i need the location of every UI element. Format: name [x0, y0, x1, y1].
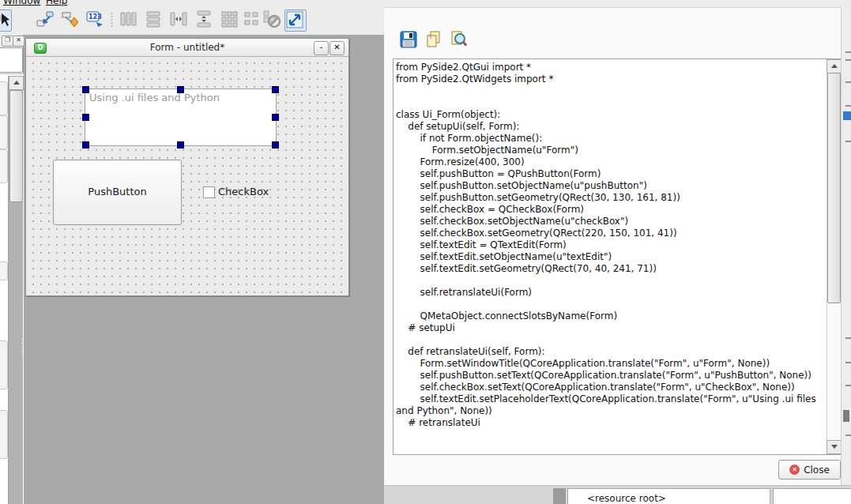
- resource-splitter-block: [553, 488, 566, 504]
- edge-marker: [845, 105, 851, 107]
- dock-close-icon[interactable]: ✕: [13, 36, 24, 47]
- close-window-button[interactable]: ✕: [329, 41, 345, 55]
- resize-handle-w[interactable]: [82, 114, 89, 121]
- edit-signals-slots-icon[interactable]: [36, 9, 56, 30]
- resize-handle-sw[interactable]: [82, 141, 89, 149]
- pushbutton-widget[interactable]: PushButton: [53, 160, 182, 225]
- splitter-grip[interactable]: [21, 337, 24, 358]
- checkbox-label[interactable]: CheckBox: [218, 186, 269, 197]
- resource-root-item[interactable]: <resource root>: [568, 489, 770, 504]
- widget-list-item[interactable]: [0, 81, 8, 115]
- edge-marker: [845, 434, 851, 436]
- dock-scrollbar-thumb[interactable]: [9, 90, 23, 202]
- form-canvas[interactable]: Using .ui files and Python PushButton Ch…: [26, 57, 347, 294]
- layout-grid-icon[interactable]: [220, 9, 240, 30]
- edge-marker: [845, 141, 851, 142]
- widget-list-item[interactable]: [0, 340, 8, 389]
- edge-marker: [845, 51, 851, 53]
- widget-filter-input[interactable]: [0, 47, 23, 73]
- close-circle-icon: ✕: [789, 465, 800, 475]
- edit-widgets-icon[interactable]: [0, 9, 12, 32]
- svg-text:123: 123: [88, 13, 102, 21]
- dock-scrollbar[interactable]: [8, 76, 23, 504]
- scroll-down-icon[interactable]: [827, 440, 842, 454]
- textedit-widget[interactable]: Using .ui files and Python: [85, 88, 277, 146]
- resize-handle-ne[interactable]: [272, 86, 279, 93]
- code-scrollbar-thumb[interactable]: [827, 73, 841, 303]
- toolbar-separator: [111, 12, 113, 28]
- edge-marker: [845, 362, 851, 363]
- widget-list-item[interactable]: [0, 261, 8, 280]
- screen-edge-strip: [841, 7, 851, 485]
- edit-buddies-icon[interactable]: [61, 9, 81, 30]
- widget-list-item[interactable]: [0, 115, 8, 149]
- main-toolbar: 123: [0, 8, 384, 35]
- edge-marker: [845, 59, 851, 61]
- layout-horizontal-splitter-icon[interactable]: [169, 9, 190, 30]
- menu-help[interactable]: Help: [46, 0, 67, 6]
- close-button[interactable]: ✕ Close: [778, 460, 841, 480]
- adjust-size-icon[interactable]: [284, 9, 307, 32]
- scroll-up-icon[interactable]: [827, 59, 842, 73]
- code-text: from PySide2.QtGui import * from PySide2…: [396, 62, 816, 429]
- resize-handle-e[interactable]: [272, 114, 279, 121]
- form-window[interactable]: D Form - untitled* - ✕ Using .ui files a…: [25, 38, 349, 296]
- widget-list-panel[interactable]: [0, 73, 24, 504]
- minimize-button[interactable]: -: [314, 41, 329, 55]
- edge-marker: [845, 337, 851, 339]
- resize-handle-nw[interactable]: [82, 86, 89, 93]
- break-layout-icon[interactable]: [262, 9, 283, 30]
- widget-box-dock: ❐ ✕: [0, 35, 24, 504]
- resize-handle-se[interactable]: [272, 141, 279, 149]
- textedit-placeholder: Using .ui files and Python: [89, 92, 220, 103]
- edge-marker-dark: [843, 410, 849, 422]
- layout-vertical-splitter-icon[interactable]: [194, 9, 215, 30]
- resize-handle-s[interactable]: [177, 141, 184, 149]
- copy-icon[interactable]: [424, 30, 443, 49]
- resource-tree[interactable]: <resource root>: [567, 488, 770, 504]
- code-preview-dialog: from PySide2.QtGui import * from PySide2…: [384, 7, 851, 485]
- qt-designer-window: Window Help 123: [0, 0, 851, 504]
- checkbox-indicator[interactable]: [203, 186, 215, 198]
- code-view[interactable]: from PySide2.QtGui import * from PySide2…: [393, 58, 842, 455]
- save-icon[interactable]: [399, 30, 418, 49]
- form-titlebar[interactable]: D Form - untitled* - ✕: [26, 39, 348, 57]
- edge-marker: [845, 81, 851, 83]
- resource-detail-panel[interactable]: [773, 488, 851, 504]
- find-icon[interactable]: [450, 30, 469, 49]
- resize-handle-n[interactable]: [177, 86, 184, 93]
- close-button-label: Close: [804, 465, 830, 476]
- widget-list-item[interactable]: [0, 149, 8, 183]
- layout-horizontal-icon[interactable]: [119, 9, 139, 30]
- dock-float-icon[interactable]: ❐: [2, 36, 13, 47]
- code-scrollbar[interactable]: [827, 59, 841, 453]
- menu-window[interactable]: Window: [3, 0, 40, 6]
- scroll-up-icon[interactable]: [9, 76, 24, 90]
- mdi-area: D Form - untitled* - ✕ Using .ui files a…: [24, 35, 384, 504]
- widget-list-item[interactable]: [0, 410, 8, 459]
- resource-browser-strip: <resource root>: [384, 485, 851, 504]
- edit-tab-order-icon[interactable]: 123: [85, 9, 106, 30]
- layout-vertical-icon[interactable]: [144, 9, 164, 30]
- edge-marker: [845, 385, 851, 386]
- edge-marker-blue: [843, 111, 851, 120]
- form-window-title: Form - untitled*: [26, 42, 348, 53]
- layout-form-icon[interactable]: [242, 9, 262, 30]
